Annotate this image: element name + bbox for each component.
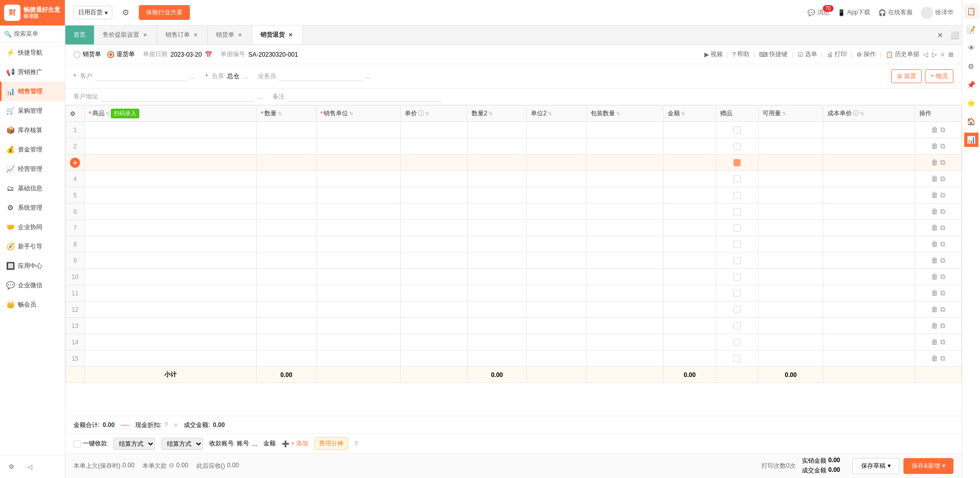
copy-row-btn[interactable]: ⧉: [940, 223, 945, 232]
tab-home[interactable]: 首页: [65, 26, 94, 44]
gift-checkbox[interactable]: [733, 127, 741, 134]
gift-checkbox[interactable]: [733, 306, 741, 313]
copy-row-btn[interactable]: ⧉: [940, 207, 945, 216]
tab-sales-order[interactable]: 销售订单 ✕: [157, 26, 208, 44]
row-available-active[interactable]: [758, 155, 823, 171]
row-pkg-active[interactable]: [586, 155, 663, 171]
radio-sales[interactable]: 销货单: [74, 50, 101, 59]
window-close-btn[interactable]: ✕: [933, 28, 947, 42]
gift-checkbox[interactable]: [733, 355, 741, 362]
tab-sales[interactable]: 销货单 ✕: [208, 26, 252, 44]
delete-row-btn[interactable]: 🗑: [931, 191, 938, 199]
calc-method-select[interactable]: 结算方式: [113, 438, 155, 450]
tab-sales-return-close[interactable]: ✕: [287, 32, 294, 39]
next-btn[interactable]: ▷: [932, 51, 937, 58]
delete-row-btn[interactable]: 🗑: [931, 174, 938, 183]
sidebar-item-operations[interactable]: 📈 经营管理: [0, 159, 65, 179]
delete-row-btn[interactable]: 🗑: [931, 289, 938, 297]
shortcut-btn[interactable]: ⌨ 快捷键: [759, 50, 788, 59]
save-new-btn[interactable]: 保存&新增 ▾: [903, 458, 953, 474]
row-product-active[interactable]: [85, 155, 257, 171]
sidebar-item-member[interactable]: 👑 畅会员: [0, 295, 65, 314]
account-dots[interactable]: ...: [252, 440, 257, 447]
delete-row-btn[interactable]: 🗑: [931, 338, 938, 346]
row-qty2[interactable]: [467, 122, 526, 138]
row-price-active[interactable]: [400, 155, 467, 171]
save-new-dropdown[interactable]: ▾: [942, 462, 945, 469]
row-gift[interactable]: [716, 138, 758, 155]
settings-side-btn[interactable]: ⚙ 设置: [891, 69, 922, 83]
copy-row-btn[interactable]: ⧉: [940, 256, 945, 265]
row-qty2-active[interactable]: [467, 155, 526, 171]
print-btn[interactable]: 🖨 打印: [827, 50, 847, 59]
gift-checkbox[interactable]: [733, 241, 741, 248]
save-draft-dropdown[interactable]: ▾: [888, 462, 891, 469]
row-product[interactable]: [85, 138, 257, 155]
copy-row-btn[interactable]: ⧉: [940, 125, 945, 134]
onepay-checkbox[interactable]: 一键收款: [74, 439, 107, 448]
account-method-select[interactable]: 结算方式: [161, 438, 203, 450]
sidebar-settings-btn[interactable]: ⚙: [4, 460, 18, 474]
calendar-icon[interactable]: 📅: [205, 51, 212, 58]
save-draft-btn[interactable]: 保存草稿 ▾: [852, 458, 899, 474]
gift-checkbox[interactable]: [733, 143, 741, 150]
copy-row-btn[interactable]: ⧉: [940, 272, 945, 281]
copy-row-btn[interactable]: ⧉: [940, 289, 945, 297]
gift-checkbox[interactable]: [733, 257, 741, 264]
delete-row-btn[interactable]: 🗑: [931, 272, 938, 281]
tab-price-close[interactable]: ✕: [141, 32, 149, 39]
row-unit2-active[interactable]: [527, 155, 586, 171]
tab-sales-return[interactable]: 销货退货 ✕: [252, 26, 303, 44]
tab-price-settings[interactable]: 售价提取设置 ✕: [94, 26, 157, 44]
radio-return[interactable]: 退货单: [107, 50, 135, 59]
copy-row-btn[interactable]: ⧉: [940, 321, 945, 330]
rs-btn-2[interactable]: 📝: [964, 22, 978, 37]
copy-row-btn[interactable]: ⧉: [940, 305, 945, 314]
rs-btn-6[interactable]: ⭐: [964, 96, 978, 110]
salesperson-dots[interactable]: ...: [365, 73, 370, 80]
delete-row-btn[interactable]: 🗑: [931, 158, 938, 167]
customer-dots[interactable]: ...: [190, 73, 195, 80]
gift-checkbox-active[interactable]: [733, 159, 741, 166]
salesperson-input[interactable]: [279, 71, 362, 81]
row-price[interactable]: [400, 138, 467, 155]
app-download-btn[interactable]: 📱 App下载: [838, 8, 870, 17]
rs-btn-7[interactable]: 🏠: [964, 114, 978, 129]
address-input[interactable]: [101, 92, 254, 102]
delete-row-btn[interactable]: 🗑: [931, 125, 938, 134]
gift-checkbox[interactable]: [733, 208, 741, 215]
copy-row-btn[interactable]: ⧉: [940, 338, 945, 346]
add-payment-btn[interactable]: ➕ + 添加: [282, 439, 308, 448]
onepay-check[interactable]: [74, 440, 81, 447]
gift-checkbox[interactable]: [733, 175, 741, 183]
topbar-settings-btn[interactable]: ⚙: [118, 6, 133, 20]
sidebar-item-system[interactable]: ⚙ 系统管理: [0, 198, 65, 217]
online-service-btn[interactable]: 🎧 在线客服: [878, 8, 913, 17]
delete-row-btn[interactable]: 🗑: [931, 223, 938, 232]
warehouse-dots[interactable]: ...: [242, 73, 248, 80]
copy-row-btn[interactable]: ⧉: [940, 191, 945, 199]
row-available[interactable]: [758, 138, 823, 155]
copy-row-btn[interactable]: ⧉: [940, 174, 945, 183]
delete-row-btn[interactable]: 🗑: [931, 256, 938, 265]
row-unit[interactable]: [316, 122, 400, 138]
rs-btn-8[interactable]: 📊: [964, 133, 978, 147]
remark-input[interactable]: [288, 92, 441, 102]
rs-btn-5[interactable]: 📌: [964, 78, 978, 92]
row-gift[interactable]: [716, 122, 758, 138]
help-btn[interactable]: ? 帮助: [732, 50, 750, 59]
user-menu[interactable]: 徐泽华: [921, 7, 953, 19]
gift-checkbox[interactable]: [733, 290, 741, 297]
row-amount[interactable]: [664, 122, 716, 138]
row-product[interactable]: [85, 122, 257, 138]
tab-sales-order-close[interactable]: ✕: [192, 32, 199, 39]
row-unit[interactable]: [316, 138, 400, 155]
sidebar-item-quicknav[interactable]: ⚡ 快捷导航: [0, 43, 65, 62]
row-quantity-active[interactable]: [257, 155, 316, 171]
barcode-btn[interactable]: 扫码录入: [111, 109, 139, 118]
sidebar-search[interactable]: 🔍 搜索菜单: [0, 26, 65, 43]
delete-row-btn[interactable]: 🗑: [931, 354, 938, 363]
row-quantity[interactable]: [257, 138, 316, 155]
row-cost[interactable]: [823, 138, 915, 155]
video-btn[interactable]: ▶ 视频: [704, 50, 723, 59]
